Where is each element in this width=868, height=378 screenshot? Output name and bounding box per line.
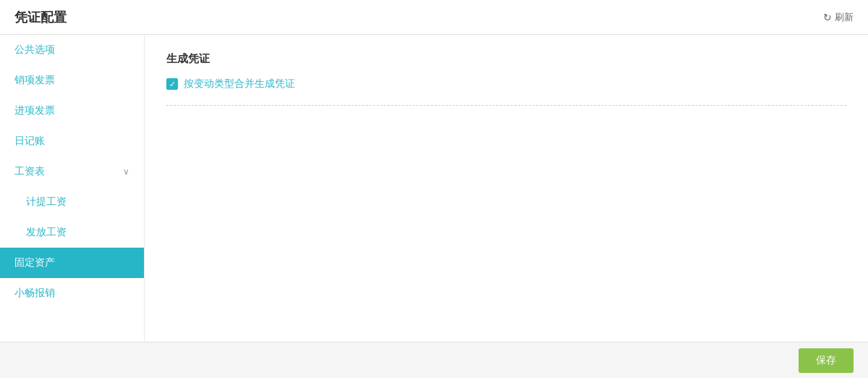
sidebar-item-fixed-assets[interactable]: 固定资产 <box>0 248 144 278</box>
footer: 保存 <box>0 342 868 378</box>
sidebar-item-payroll-calculate[interactable]: 计提工资 <box>0 187 144 217</box>
refresh-button[interactable]: ↻ 刷新 <box>823 11 854 24</box>
sidebar-item-label: 进项发票 <box>14 104 55 117</box>
merge-voucher-checkbox[interactable]: ✓ <box>166 78 178 90</box>
sidebar-item-label: 日记账 <box>14 135 45 148</box>
sidebar-item-expense-reimbursement[interactable]: 小畅报销 <box>0 278 144 308</box>
sidebar-item-label: 发放工资 <box>26 226 67 239</box>
main-layout: 公共选项销项发票进项发票日记账工资表∨计提工资发放工资固定资产小畅报销 生成凭证… <box>0 35 868 342</box>
sidebar-item-label: 小畅报销 <box>14 287 55 300</box>
merge-voucher-row: ✓ 按变动类型合并生成凭证 <box>166 77 846 91</box>
sidebar-item-label: 计提工资 <box>26 196 67 209</box>
sidebar-item-purchase-invoice[interactable]: 进项发票 <box>0 96 144 126</box>
sidebar-item-payroll-table[interactable]: 工资表∨ <box>0 156 144 187</box>
sidebar-item-label: 固定资产 <box>14 256 55 269</box>
save-button[interactable]: 保存 <box>799 348 854 373</box>
sidebar-item-label: 工资表 <box>14 165 45 178</box>
sidebar-item-label: 销项发票 <box>14 74 55 87</box>
sidebar-item-journal[interactable]: 日记账 <box>0 126 144 156</box>
sidebar-item-payroll-distribute[interactable]: 发放工资 <box>0 217 144 248</box>
sidebar-item-sales-invoice[interactable]: 销项发票 <box>0 65 144 96</box>
sidebar: 公共选项销项发票进项发票日记账工资表∨计提工资发放工资固定资产小畅报销 <box>0 35 145 342</box>
merge-voucher-label: 按变动类型合并生成凭证 <box>184 77 295 91</box>
header: 凭证配置 ↻ 刷新 <box>0 0 868 35</box>
sidebar-item-label: 公共选项 <box>14 43 55 56</box>
chevron-down-icon: ∨ <box>123 167 129 177</box>
sidebar-item-public-options[interactable]: 公共选项 <box>0 35 144 65</box>
section-title: 生成凭证 <box>166 52 846 66</box>
refresh-icon: ↻ <box>823 12 832 23</box>
content-area: 生成凭证 ✓ 按变动类型合并生成凭证 <box>145 35 868 342</box>
page-title: 凭证配置 <box>14 9 67 26</box>
check-mark-icon: ✓ <box>169 80 176 88</box>
section-divider <box>166 105 846 106</box>
refresh-label: 刷新 <box>835 11 854 24</box>
